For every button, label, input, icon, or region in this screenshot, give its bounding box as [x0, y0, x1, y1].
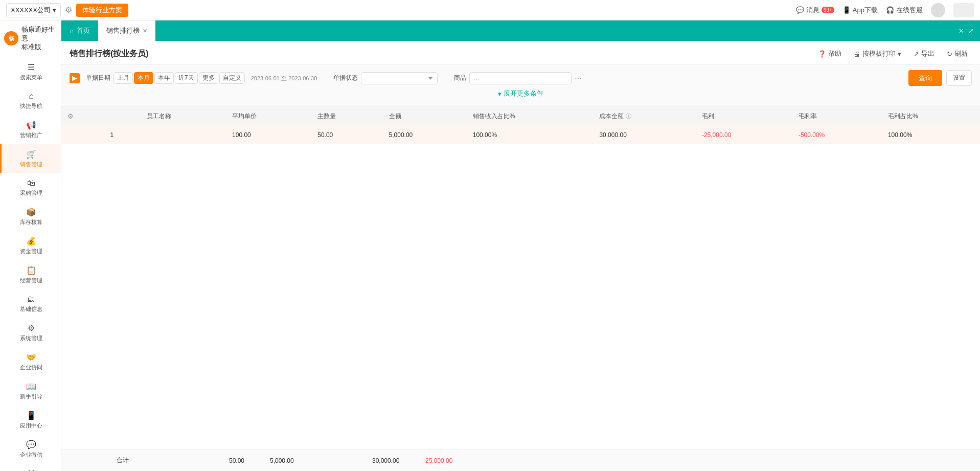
expand-more-btn[interactable]: ▾ 展开更多条件 — [498, 89, 543, 98]
logo-icon: 畅 — [4, 30, 18, 47]
table-footer: 合计 50.00 5,000.00 30,000.00 -25,000.00 — [61, 450, 980, 471]
status-filter: 单据状态 — [333, 72, 438, 84]
headset-icon: 🎧 — [886, 6, 894, 14]
goods-filter: 商品 ··· — [454, 72, 581, 84]
filter-toggle-btn[interactable]: ▶ — [70, 73, 80, 83]
status-select[interactable] — [361, 72, 438, 84]
col-amount: 全额 — [383, 107, 467, 126]
sidebar-item-operations[interactable]: 📋 经营管理 — [0, 260, 61, 289]
top-bar: XXXXXX公司 ▾ ⚙ 体验行业方案 💬 消息 99+ 📱 App下载 🎧 在… — [0, 0, 980, 20]
experience-btn[interactable]: 体验行业方案 — [76, 4, 128, 17]
col-rank — [104, 107, 141, 126]
filter-actions: 查询 设置 — [908, 70, 972, 86]
period-7days[interactable]: 近7天 — [175, 72, 198, 84]
period-prev-month[interactable]: 上月 — [113, 72, 133, 84]
app-download-btn[interactable]: 📱 App下载 — [842, 6, 878, 15]
sidebar-item-app-center[interactable]: 📱 应用中心 — [0, 406, 61, 435]
sidebar-item-vip[interactable]: V 畅会员 — [0, 464, 61, 471]
operations-icon: 📋 — [26, 265, 36, 275]
sidebar-item-search-orders[interactable]: ☰ 搜索菜单 — [0, 57, 61, 86]
refresh-btn[interactable]: ↻ 刷新 — [943, 47, 972, 60]
content-area: ⌂ 首页 销售排行榜 ✕ ✕ ⤢ 销售排行榜(按业务员) ❓ 帮助 — [61, 20, 980, 471]
col-settings[interactable]: ⚙ — [61, 107, 104, 126]
newcomer-guide-icon: 📖 — [26, 382, 36, 391]
purchase-mgmt-label: 采购管理 — [20, 189, 42, 197]
sidebar-item-enterprise-wechat[interactable]: 💬 企业微信 — [0, 435, 61, 464]
date-range-text: 2023-06-01 至 2023-06-30 — [251, 75, 317, 82]
sidebar-item-finance[interactable]: 💰 资金管理 — [0, 231, 61, 260]
enterprise-collab-label: 企业协同 — [20, 364, 42, 371]
help-icon: ❓ — [818, 50, 826, 58]
sidebar-item-newcomer-guide[interactable]: 📖 新手引导 — [0, 376, 61, 406]
period-custom[interactable]: 自定义 — [219, 72, 245, 84]
table-row: 1 100.00 50.00 5,000.00 100.00% 30,000.0… — [61, 126, 980, 144]
print-btn[interactable]: 🖨 按模板打印 ▾ — [850, 47, 905, 60]
sidebar: 畅 畅康通好生意 标准版 ☰ 搜索菜单 ⌂ 快捷导航 📢 营销推广 🛒 销售管理… — [0, 20, 61, 471]
tab-home[interactable]: ⌂ 首页 — [61, 20, 98, 41]
col-cost: 成本全额 ⓘ — [593, 107, 696, 126]
col-qty: 主数量 — [311, 107, 382, 126]
tab-close-icon[interactable]: ✕ — [143, 28, 147, 34]
goods-input[interactable] — [469, 72, 572, 84]
col-profit: 毛利 — [696, 107, 792, 126]
query-btn[interactable]: 查询 — [908, 70, 942, 86]
goods-label: 商品 — [454, 74, 466, 82]
cell-settings — [61, 126, 104, 144]
sidebar-item-quick-nav[interactable]: ⌂ 快捷导航 — [0, 86, 61, 115]
table-body: 1 100.00 50.00 5,000.00 100.00% 30,000.0… — [61, 126, 980, 144]
newcomer-guide-label: 新手引导 — [20, 393, 42, 400]
sidebar-item-system[interactable]: ⚙ 系统管理 — [0, 318, 61, 347]
page-content: 销售排行榜(按业务员) ❓ 帮助 🖨 按模板打印 ▾ ↗ 导出 — [61, 41, 980, 471]
footer-profit: -25,000.00 — [417, 455, 468, 466]
sidebar-item-enterprise-collab[interactable]: 🤝 企业协同 — [0, 347, 61, 376]
sidebar-item-basic-info[interactable]: 🗂 基础信息 — [0, 289, 61, 318]
window-maximize-icon[interactable]: ⤢ — [968, 27, 974, 35]
goods-more-icon[interactable]: ··· — [575, 74, 581, 83]
chevron-down-icon: ▾ — [53, 6, 56, 14]
col-profit-rate: 毛利率 — [792, 107, 882, 126]
sidebar-item-marketing[interactable]: 📢 营销推广 — [0, 115, 61, 144]
col-name: 员工名称 — [141, 107, 226, 126]
table-wrapper: ⚙ 员工名称 平均单价 主数量 全额 销售收入占比% 成本全额 ⓘ 毛利 毛利率… — [61, 107, 980, 450]
tabs-bar: ⌂ 首页 销售排行榜 ✕ ✕ ⤢ — [61, 20, 980, 41]
enterprise-wechat-icon: 💬 — [26, 440, 36, 450]
enterprise-collab-icon: 🤝 — [26, 352, 36, 362]
main-layout: 畅 畅康通好生意 标准版 ☰ 搜索菜单 ⌂ 快捷导航 📢 营销推广 🛒 销售管理… — [0, 20, 980, 471]
basic-info-icon: 🗂 — [27, 295, 35, 304]
col-sales-pct: 销售收入占比% — [467, 107, 594, 126]
sales-mgmt-label: 销售管理 — [20, 161, 42, 168]
sidebar-item-sales-mgmt[interactable]: 🛒 销售管理 — [0, 144, 61, 173]
tab-sales-ranking[interactable]: 销售排行榜 ✕ — [98, 20, 155, 41]
period-current-year[interactable]: 本年 — [154, 72, 174, 84]
sidebar-item-purchase-mgmt[interactable]: 🛍 采购管理 — [0, 173, 61, 202]
app-center-icon: 📱 — [26, 411, 36, 420]
more-filter: ▾ 展开更多条件 — [70, 86, 972, 101]
marketing-icon: 📢 — [26, 120, 36, 130]
footer-cost: 30,000.00 — [366, 455, 417, 466]
status-label: 单据状态 — [333, 74, 358, 82]
page-title: 销售排行榜(按业务员) — [70, 49, 149, 59]
company-selector[interactable]: XXXXXX公司 ▾ — [6, 3, 61, 17]
marketing-label: 营销推广 — [20, 131, 42, 139]
settings-icon[interactable]: ⚙ — [65, 5, 72, 15]
cell-profit-pct: 100.00% — [882, 126, 980, 144]
filter-settings-btn[interactable]: 设置 — [946, 70, 972, 86]
period-more[interactable]: 更多 — [199, 72, 218, 84]
window-close-icon[interactable]: ✕ — [959, 27, 964, 35]
cell-cost: 30,000.00 — [593, 126, 696, 144]
cell-avg-price: 100.00 — [226, 126, 311, 144]
sidebar-item-inventory[interactable]: 📦 库存核算 — [0, 202, 61, 231]
online-service-btn[interactable]: 🎧 在线客服 — [886, 6, 923, 15]
tab-sales-ranking-label: 销售排行榜 — [106, 26, 140, 35]
message-icon: 💬 — [796, 6, 804, 14]
help-btn[interactable]: ❓ 帮助 — [814, 47, 846, 60]
page-header: 销售排行榜(按业务员) ❓ 帮助 🖨 按模板打印 ▾ ↗ 导出 — [61, 41, 980, 65]
export-btn[interactable]: ↗ 导出 — [909, 47, 939, 60]
table-header-row: ⚙ 员工名称 平均单价 主数量 全额 销售收入占比% 成本全额 ⓘ 毛利 毛利率… — [61, 107, 980, 126]
avatar[interactable] — [931, 3, 945, 17]
message-btn[interactable]: 💬 消息 99+ — [796, 6, 834, 15]
quick-nav-icon: ⌂ — [29, 92, 34, 101]
period-current-month[interactable]: 本月 — [134, 72, 153, 84]
app-center-label: 应用中心 — [20, 422, 42, 430]
cell-name — [141, 126, 226, 144]
